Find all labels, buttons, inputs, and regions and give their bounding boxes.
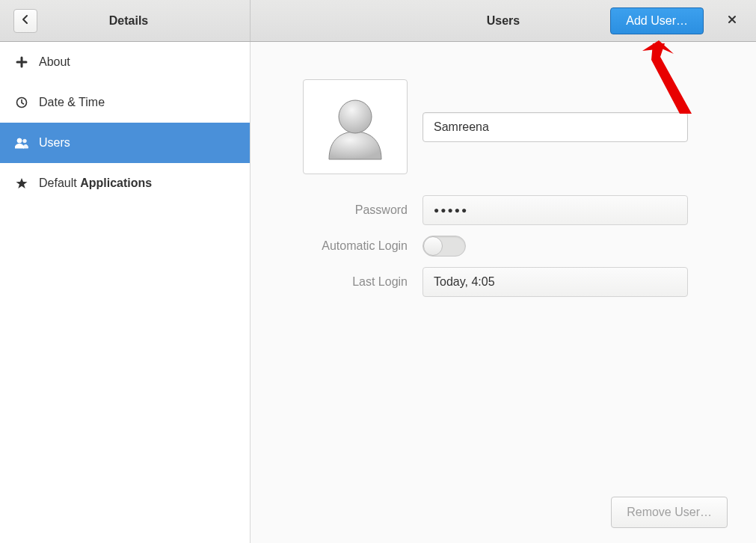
form-rows: Password ●●●●● Automatic Login Last Logi…: [280, 195, 726, 297]
add-user-button[interactable]: Add User…: [610, 7, 704, 34]
password-value: ●●●●●: [434, 205, 468, 215]
sidebar-item-label: Default Applications: [39, 177, 152, 190]
password-row: Password ●●●●●: [280, 195, 726, 225]
plus-icon: [15, 55, 28, 69]
svg-point-3: [339, 100, 372, 133]
auto-login-toggle[interactable]: [422, 236, 466, 257]
avatar-button[interactable]: [303, 79, 408, 174]
header-bar: Details Users Add User…: [0, 0, 756, 42]
details-title: Details: [37, 14, 250, 28]
body: About Date & Time Users Default Applicat…: [0, 42, 756, 543]
users-title: Users: [487, 14, 520, 28]
last-login-label: Last Login: [280, 275, 422, 289]
avatar-icon: [318, 88, 393, 166]
close-icon: [727, 13, 737, 28]
users-icon: [15, 136, 28, 150]
chevron-left-icon: [21, 14, 30, 27]
content-area: Password ●●●●● Automatic Login Last Logi…: [251, 42, 756, 543]
sidebar-item-default-applications[interactable]: Default Applications: [0, 163, 250, 203]
user-header-row: [303, 79, 726, 174]
back-button[interactable]: [13, 9, 37, 33]
password-field[interactable]: ●●●●●: [422, 195, 688, 225]
header-left: Details: [0, 0, 251, 41]
toggle-knob: [423, 236, 443, 256]
sidebar: About Date & Time Users Default Applicat…: [0, 42, 251, 543]
star-icon: [15, 177, 28, 190]
auto-login-row: Automatic Login: [280, 236, 726, 257]
svg-point-1: [17, 138, 22, 143]
sidebar-item-about[interactable]: About: [0, 42, 250, 82]
sidebar-item-label: Date & Time: [39, 96, 105, 109]
remove-user-button[interactable]: Remove User…: [611, 497, 728, 528]
clock-icon: [15, 96, 28, 109]
password-label: Password: [280, 203, 422, 217]
sidebar-item-label: About: [39, 55, 70, 69]
last-login-value: Today, 4:05: [434, 275, 495, 289]
sidebar-item-date-time[interactable]: Date & Time: [0, 82, 250, 123]
svg-point-2: [23, 139, 27, 143]
username-input[interactable]: [422, 112, 688, 142]
close-button[interactable]: [722, 10, 743, 31]
last-login-row: Last Login Today, 4:05: [280, 267, 726, 297]
last-login-field[interactable]: Today, 4:05: [422, 267, 688, 297]
sidebar-item-label: Users: [39, 136, 70, 150]
sidebar-item-users[interactable]: Users: [0, 123, 250, 163]
auto-login-label: Automatic Login: [280, 239, 422, 253]
